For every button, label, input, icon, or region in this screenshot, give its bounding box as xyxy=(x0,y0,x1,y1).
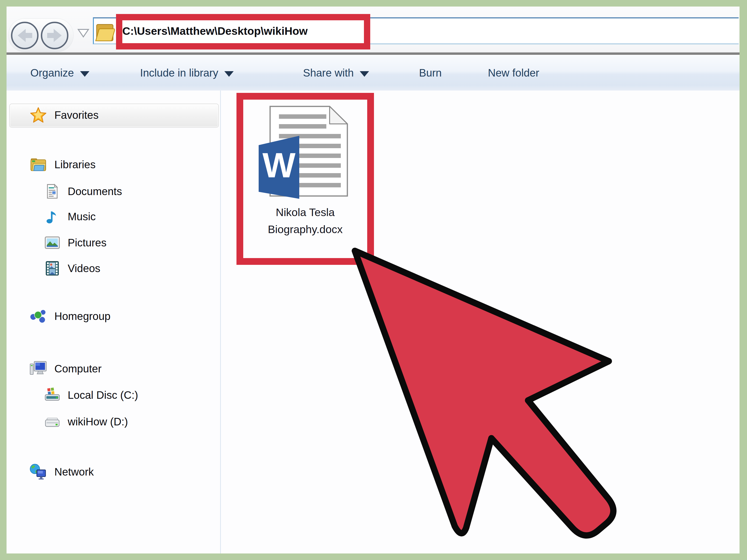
sidebar-item-wikihow-d[interactable]: wikiHow (D:) xyxy=(44,410,128,433)
explorer-window: C:\Users\Matthew\Desktop\wikiHow Organiz… xyxy=(6,6,740,554)
sidebar-item-favorites[interactable]: Favorites xyxy=(30,103,99,127)
sidebar-item-homegroup[interactable]: Homegroup xyxy=(30,304,110,328)
toolbar-burn-button[interactable]: Burn xyxy=(419,55,442,90)
hard-drive-icon xyxy=(44,414,60,430)
computer-icon xyxy=(30,360,47,377)
highlight-box-address-bar xyxy=(116,14,370,50)
sidebar-item-computer[interactable]: Computer xyxy=(30,357,102,380)
pictures-icon xyxy=(44,235,60,250)
wikihow-screenshot: { "address": { "path": "C:\\Users\\Matth… xyxy=(0,0,747,560)
dropdown-arrow-icon xyxy=(224,71,234,77)
videos-film-icon xyxy=(44,260,60,276)
folder-icon xyxy=(95,21,115,44)
back-button[interactable] xyxy=(9,20,40,51)
dropdown-arrow-icon xyxy=(80,71,89,77)
highlight-box-file xyxy=(236,93,374,265)
toolbar-organize-button[interactable]: Organize xyxy=(30,55,89,90)
sidebar-item-videos[interactable]: Videos xyxy=(44,257,100,280)
dropdown-arrow-icon xyxy=(360,71,369,77)
sidebar-item-libraries[interactable]: Libraries xyxy=(30,153,96,176)
forward-button[interactable] xyxy=(39,20,70,51)
toolbar-new-folder-button[interactable]: New folder xyxy=(488,55,539,90)
sidebar-item-pictures[interactable]: Pictures xyxy=(44,231,106,254)
sidebar-item-documents[interactable]: Documents xyxy=(44,180,122,203)
sidebar-divider[interactable] xyxy=(220,90,221,554)
sidebar-item-network[interactable]: Network xyxy=(30,460,94,483)
toolbar-share-with-button[interactable]: Share with xyxy=(303,55,369,90)
window-separator xyxy=(6,52,740,55)
document-icon xyxy=(44,183,60,199)
sidebar-item-local-disc-c[interactable]: Local Disc (C:) xyxy=(44,383,138,407)
toolbar-include-in-library-button[interactable]: Include in library xyxy=(140,55,234,90)
hard-drive-windows-icon xyxy=(44,387,60,403)
music-note-icon xyxy=(44,209,60,224)
recent-pages-chevron-icon[interactable] xyxy=(77,28,89,38)
network-icon xyxy=(30,463,47,480)
star-icon xyxy=(30,106,47,124)
homegroup-icon xyxy=(30,308,47,325)
sidebar-item-music[interactable]: Music xyxy=(44,205,96,228)
command-toolbar: Organize Include in library Share with B… xyxy=(6,55,740,91)
libraries-folder-icon xyxy=(30,156,47,173)
